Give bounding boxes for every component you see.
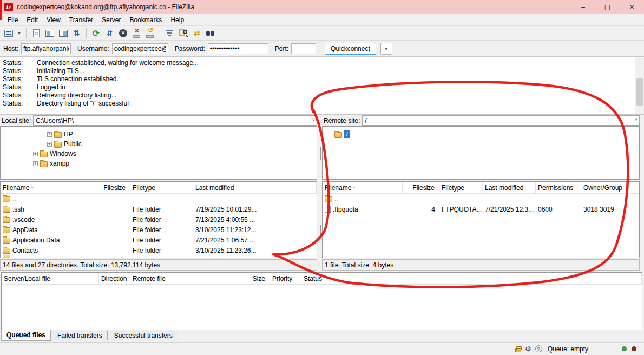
- log-line: Status:Initializing TLS...: [3, 67, 633, 75]
- menu-item-server[interactable]: Server: [97, 15, 125, 25]
- file-type: File folder: [130, 226, 193, 234]
- queue-tabs: Queued files Failed transfers Successful…: [0, 330, 644, 342]
- disconnect-button[interactable]: ✕: [130, 27, 143, 39]
- titlebar: fz codingexpertceo@kokand.org@ftp.afiyah…: [0, 0, 644, 14]
- file-name: .vscode: [12, 216, 35, 223]
- tab-queued-files[interactable]: Queued files: [1, 330, 51, 341]
- column-header-direction[interactable]: Direction: [99, 273, 130, 284]
- column-header-filetype[interactable]: Filetype: [130, 182, 193, 193]
- menu-item-bookmarks[interactable]: Bookmarks: [125, 15, 166, 25]
- remote-site-combo[interactable]: / ˅: [362, 115, 640, 126]
- expand-plus-icon[interactable]: +: [47, 142, 52, 147]
- file-row[interactable]: Application Data File folder 7/21/2025 1…: [1, 235, 317, 245]
- username-input[interactable]: [112, 43, 168, 54]
- status-text: Initializing TLS...: [37, 67, 84, 75]
- column-header-priority[interactable]: Priority: [270, 273, 301, 284]
- minimize-button[interactable]: –: [571, 0, 595, 14]
- tab-successful-transfers[interactable]: Successful transfers: [109, 330, 178, 340]
- quickconnect-dropdown-button[interactable]: ▾: [380, 43, 392, 55]
- menu-item-view[interactable]: View: [42, 15, 65, 25]
- chevron-down-icon[interactable]: ˅: [635, 117, 638, 122]
- transfer-queue-toggle-button[interactable]: ⇅: [70, 27, 83, 39]
- gear-icon[interactable]: ⚙: [525, 345, 531, 352]
- file-row[interactable]: .ftpquota 4 FTPQUOTA... 7/21/2025 12:3..…: [323, 204, 639, 214]
- local-panel: Local site: C:\Users\HP\ ˅ + HP + Public…: [0, 115, 317, 271]
- tree-item-xampp[interactable]: + xampp: [1, 159, 317, 168]
- file-row[interactable]: ..: [323, 194, 639, 204]
- filter-button[interactable]: [163, 27, 176, 39]
- remote-tree-toggle-button[interactable]: [57, 27, 69, 39]
- column-header-server-local-file[interactable]: Server/Local file: [2, 273, 99, 284]
- scrollbar-thumb[interactable]: [636, 78, 643, 106]
- message-log: Status:Connection established, waiting f…: [0, 57, 644, 115]
- expand-plus-icon[interactable]: +: [33, 161, 38, 166]
- file-row-partial[interactable]: [1, 255, 317, 258]
- menu-item-file[interactable]: File: [3, 15, 22, 25]
- reconnect-icon: ↺: [148, 27, 153, 34]
- status-text: Retrieving directory listing...: [37, 91, 116, 100]
- folder-icon: [3, 238, 10, 244]
- site-manager-button[interactable]: [2, 27, 15, 39]
- disconnect-icon: ✕: [134, 27, 140, 35]
- log-scrollbar[interactable]: [635, 57, 644, 114]
- column-header-status[interactable]: Status: [301, 273, 350, 284]
- tree-item-windows[interactable]: + Windows: [1, 149, 317, 159]
- folder-icon: [3, 207, 10, 213]
- file-row[interactable]: Contacts File folder 3/10/2025 11:23:26.…: [1, 245, 317, 255]
- refresh-button[interactable]: ⟳: [90, 27, 102, 39]
- local-site-combo[interactable]: C:\Users\HP\ ˅: [33, 115, 317, 126]
- password-input[interactable]: [208, 43, 268, 54]
- find-files-button[interactable]: [204, 27, 216, 39]
- column-header-filename[interactable]: Filename^: [323, 182, 403, 193]
- file-row[interactable]: .ssh File folder 7/19/2025 10:01:29...: [1, 204, 317, 214]
- file-type: File folder: [130, 216, 193, 223]
- column-header-filesize[interactable]: Filesize: [403, 182, 439, 193]
- column-header-size[interactable]: Size: [248, 273, 270, 284]
- tree-item-hp[interactable]: + HP: [1, 129, 317, 139]
- column-header-last-modified[interactable]: Last modified: [193, 182, 317, 193]
- column-header-owner-group[interactable]: Owner/Group: [581, 182, 639, 193]
- column-header-filetype[interactable]: Filetype: [439, 182, 483, 193]
- folder-icon: [325, 196, 332, 202]
- local-list-header: Filename^ Filesize Filetype Last modifie…: [1, 182, 317, 194]
- file-row[interactable]: .vscode File folder 7/13/2025 4:00:55 ..…: [1, 214, 317, 225]
- file-row[interactable]: AppData File folder 3/10/2025 11:23:12..…: [1, 225, 317, 235]
- log-line: Status:Logged in: [3, 83, 633, 91]
- cancel-button[interactable]: ✕: [117, 27, 129, 39]
- panel-splitter[interactable]: [317, 115, 322, 271]
- file-name: ..: [12, 195, 16, 203]
- expand-plus-icon[interactable]: +: [47, 132, 52, 137]
- status-label: Status:: [3, 59, 37, 67]
- reconnect-button[interactable]: ↺: [144, 27, 156, 39]
- message-log-toggle-button[interactable]: [30, 27, 42, 39]
- column-header-last-modified[interactable]: Last modified: [483, 182, 536, 193]
- tree-item-public[interactable]: + Public: [1, 139, 317, 149]
- process-queue-button[interactable]: ⇵: [103, 27, 116, 39]
- site-manager-dropdown-button[interactable]: ▾: [16, 27, 23, 39]
- file-row[interactable]: ..: [1, 194, 317, 204]
- maximize-button[interactable]: ▢: [595, 0, 620, 14]
- file-name: Contacts: [12, 247, 38, 254]
- tab-failed-transfers[interactable]: Failed transfers: [52, 330, 108, 340]
- column-header-filesize[interactable]: Filesize: [91, 182, 130, 193]
- synchronized-browsing-button[interactable]: ⇄: [190, 27, 203, 39]
- lock-icon[interactable]: [515, 348, 521, 352]
- chevron-down-icon[interactable]: ˅: [312, 117, 315, 122]
- menu-item-help[interactable]: Help: [166, 15, 188, 25]
- remote-file-list: Filename^ Filesize Filetype Last modifie…: [322, 181, 640, 258]
- column-header-remote-file[interactable]: Remote file: [130, 273, 248, 284]
- menu-item-transfer[interactable]: Transfer: [65, 15, 97, 25]
- directory-comparison-button[interactable]: [177, 27, 189, 39]
- tree-item-root[interactable]: ┄ /: [323, 129, 639, 139]
- menu-item-edit[interactable]: Edit: [22, 15, 42, 25]
- close-button[interactable]: ✕: [620, 0, 644, 14]
- quickconnect-button[interactable]: Quickconnect: [325, 43, 376, 55]
- port-input[interactable]: [291, 43, 316, 54]
- host-input[interactable]: [21, 43, 71, 54]
- column-header-permissions[interactable]: Permissions: [536, 182, 581, 193]
- column-header-filename[interactable]: Filename^: [1, 182, 91, 193]
- help-circle-icon[interactable]: ?: [535, 345, 542, 352]
- expand-plus-icon[interactable]: +: [33, 152, 38, 156]
- column-header-filler: [350, 273, 642, 284]
- local-tree-toggle-button[interactable]: [43, 27, 56, 39]
